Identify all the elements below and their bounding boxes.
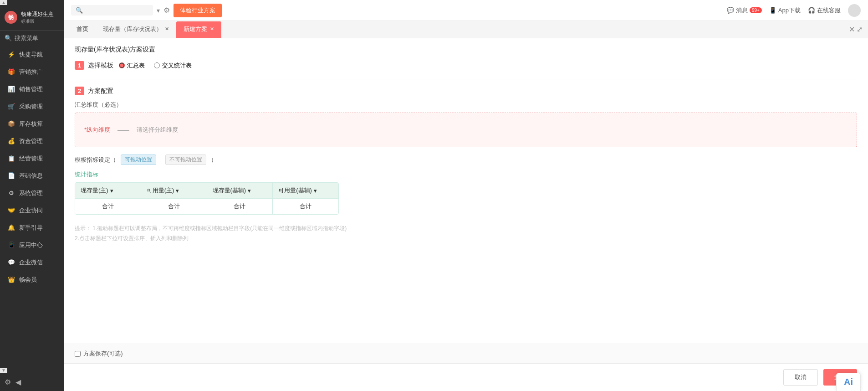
- sidebar-item-quick-nav[interactable]: ⚡ 快捷导航: [0, 46, 64, 63]
- sidebar-item-label: 企业微信: [19, 258, 43, 267]
- finance-icon: 💰: [7, 137, 15, 145]
- search-box[interactable]: 🔍: [71, 5, 153, 15]
- stats-header-cell-1[interactable]: 可用量(主) ▾: [141, 183, 207, 198]
- stats-body-cell-0-3: 合计: [273, 199, 338, 214]
- sidebar-nav: ⚡ 快捷导航 🎁 营销推广 📊 销售管理 🛒 采购管理 📦 库存核算 💰 资金管…: [0, 46, 64, 368]
- search-input[interactable]: [86, 7, 145, 14]
- phone-icon: 📱: [769, 7, 776, 14]
- non-draggable-tag: 不可拖动位置: [165, 154, 206, 165]
- industry-btn[interactable]: 体验行业方案: [174, 4, 222, 17]
- gear-icon[interactable]: ⚙: [163, 6, 170, 15]
- step1-header: 1 选择模板 汇总表 交叉统计表: [75, 61, 857, 70]
- tab-home[interactable]: 首页: [69, 21, 96, 38]
- quick-nav-icon: ⚡: [7, 51, 15, 59]
- online-service-item[interactable]: 🎧 在线客服: [808, 6, 841, 15]
- message-icon: 💬: [727, 7, 734, 14]
- stats-section: 统计指标 现存量(主) ▾ 可用量(主) ▾: [75, 170, 857, 215]
- wechat-icon: 💬: [7, 258, 15, 267]
- step1-section: 1 选择模板 汇总表 交叉统计表: [75, 61, 857, 70]
- tab-new-plan[interactable]: 新建方案 ✕: [176, 21, 221, 38]
- stats-header-label-0: 现存量(主): [81, 186, 108, 195]
- radio-cross-input[interactable]: [154, 62, 160, 68]
- sidebar-scroll-up[interactable]: ▲: [0, 0, 7, 5]
- sidebar-item-inventory[interactable]: 📦 库存核算: [0, 115, 64, 133]
- sidebar-item-label: 经营管理: [19, 154, 43, 163]
- sidebar-item-marketing[interactable]: 🎁 营销推广: [0, 63, 64, 81]
- step2-badge: 2: [75, 87, 84, 95]
- stats-label: 统计指标: [75, 170, 857, 179]
- save-label[interactable]: 方案保存(可选): [83, 350, 123, 358]
- sidebar-item-system[interactable]: ⚙ 系统管理: [0, 185, 64, 202]
- tab-inventory-close[interactable]: ✕: [165, 26, 169, 32]
- operation-icon: 📋: [7, 154, 15, 163]
- sidebar-item-label: 新手引导: [19, 224, 43, 232]
- panel-expand-btn[interactable]: ⤢: [857, 25, 863, 34]
- sidebar-item-label: 应用中心: [19, 241, 43, 249]
- sidebar-item-sales[interactable]: 📊 销售管理: [0, 81, 64, 98]
- tip-line-1: 提示： 1.拖动标题栏可以调整布局，不可跨维度或指标区域拖动栏目字段(只能在同一…: [75, 224, 857, 234]
- radio-summary[interactable]: 汇总表: [119, 62, 145, 70]
- step2-section: 2 方案配置 汇总维度（必选） *纵向维度 —— 请选择分组维度 模板指标设定（…: [75, 87, 857, 243]
- sidebar-scroll-down[interactable]: ▼: [0, 368, 7, 373]
- main-area: 🔍 ▾ ⚙ 体验行业方案 💬 消息 99+ 📱 App下载 🎧 在线客服: [64, 0, 868, 391]
- save-section: 方案保存(可选): [64, 344, 868, 363]
- sidebar-item-label: 资金管理: [19, 137, 43, 145]
- page-title: 现存量(库存状况表)方案设置: [75, 46, 857, 54]
- dimension-required-area: *纵向维度 —— 请选择分组维度: [75, 113, 857, 147]
- radio-summary-label: 汇总表: [127, 62, 145, 70]
- sidebar-item-appstore[interactable]: 📱 应用中心: [0, 237, 64, 254]
- dimension-label: 汇总维度（必选）: [75, 101, 857, 109]
- settings-icon[interactable]: ⚙: [5, 378, 11, 386]
- cancel-button[interactable]: 取消: [783, 369, 818, 386]
- stats-body-cell-0-1: 合计: [141, 199, 207, 214]
- stats-body-row-0: 合计 合计 合计 合计: [75, 198, 338, 214]
- ai-badge[interactable]: Ai: [836, 373, 861, 391]
- stats-body-cell-0-0: 合计: [75, 199, 141, 214]
- sidebar-search[interactable]: 🔍 搜索菜单: [0, 31, 64, 46]
- stats-header-cell-3[interactable]: 可用量(基辅) ▾: [273, 183, 338, 198]
- stats-header-cell-0[interactable]: 现存量(主) ▾: [75, 183, 141, 198]
- sidebar-item-corp[interactable]: 🤝 企业协同: [0, 202, 64, 219]
- step1-title: 选择模板: [88, 62, 113, 70]
- headset-icon: 🎧: [808, 7, 815, 14]
- template-indicator: 模板指标设定（ 可拖动位置 不可拖动位置 ）: [75, 154, 857, 165]
- sidebar-logo: 畅 畅康通好生意 标准版: [0, 5, 64, 31]
- sidebar-item-operation[interactable]: 📋 经营管理: [0, 150, 64, 167]
- app-logo-icon: 畅: [5, 11, 17, 24]
- save-checkbox[interactable]: [75, 351, 81, 357]
- panel: 现存量(库存状况表)方案设置 1 选择模板 汇总表 交叉统计表: [64, 38, 868, 344]
- sidebar-item-finance[interactable]: 💰 资金管理: [0, 133, 64, 150]
- search-icon-topbar: 🔍: [76, 7, 83, 14]
- messages-item[interactable]: 💬 消息 99+: [727, 6, 762, 15]
- tab-inventory-status[interactable]: 现存量（库存状况表） ✕: [96, 21, 176, 38]
- radio-summary-input[interactable]: [119, 62, 125, 68]
- topbar-left: 🔍 ▾ ⚙ 体验行业方案: [71, 4, 721, 17]
- stats-table: 现存量(主) ▾ 可用量(主) ▾ 现存量(基辅) ▾: [75, 182, 339, 215]
- sidebar-item-guide[interactable]: 🔔 新手引导: [0, 219, 64, 237]
- tab-home-label: 首页: [77, 25, 88, 33]
- sidebar-item-purchase[interactable]: 🛒 采购管理: [0, 98, 64, 115]
- sidebar-item-label: 库存核算: [19, 120, 43, 128]
- guide-icon: 🔔: [7, 224, 15, 232]
- tab-new-plan-close[interactable]: ✕: [210, 26, 214, 32]
- stats-header-label-2: 现存量(基辅): [213, 186, 246, 195]
- footer: 取消 查询: [64, 363, 868, 391]
- sound-icon[interactable]: ◀: [15, 378, 21, 386]
- appstore-icon: 📱: [7, 241, 15, 249]
- tabbar: 首页 现存量（库存状况表） ✕ 新建方案 ✕ ✕ ⤢: [64, 21, 868, 38]
- dropdown-icon-1: ▾: [176, 187, 179, 194]
- radio-cross[interactable]: 交叉统计表: [154, 62, 192, 70]
- sidebar-item-wechat[interactable]: 💬 企业微信: [0, 254, 64, 271]
- app-download-item[interactable]: 📱 App下载: [769, 6, 801, 15]
- sidebar-item-basic-info[interactable]: 📄 基础信息: [0, 167, 64, 185]
- panel-close-btn[interactable]: ✕: [849, 25, 855, 34]
- step2-header: 2 方案配置: [75, 87, 857, 95]
- user-avatar[interactable]: [848, 4, 861, 17]
- dropdown-icon[interactable]: ▾: [157, 7, 160, 14]
- stats-header-cell-2[interactable]: 现存量(基辅) ▾: [207, 183, 273, 198]
- step1-badge: 1: [75, 61, 84, 70]
- radio-cross-label: 交叉统计表: [162, 62, 192, 70]
- messages-badge: 99+: [750, 7, 762, 13]
- sidebar-item-member[interactable]: 👑 畅会员: [0, 271, 64, 288]
- tab-inventory-label: 现存量（库存状况表）: [103, 25, 162, 33]
